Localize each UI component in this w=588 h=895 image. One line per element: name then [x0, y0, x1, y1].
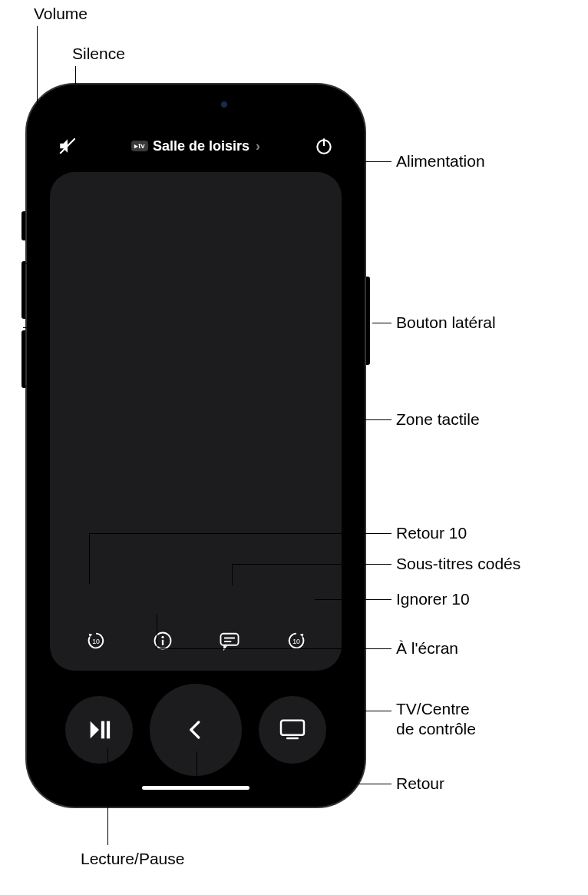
- phone-frame: ▸tv Salle de loisirs › 10: [27, 85, 365, 807]
- callout-line: [330, 161, 391, 162]
- callout-line: [197, 784, 391, 784]
- touch-area[interactable]: 10: [50, 172, 342, 671]
- svg-rect-11: [101, 721, 104, 739]
- svg-rect-13: [281, 721, 304, 735]
- callout-line: [23, 327, 37, 328]
- callout-line: [372, 323, 391, 323]
- callout-line: [349, 230, 349, 507]
- callout-side: Bouton latéral: [396, 313, 496, 332]
- info-button[interactable]: [150, 628, 176, 654]
- callout-onscreen: À l'écran: [396, 639, 458, 658]
- play-pause-button[interactable]: [65, 696, 133, 764]
- svg-text:10: 10: [92, 638, 100, 645]
- callout-line: [315, 599, 391, 600]
- svg-rect-6: [161, 640, 163, 645]
- svg-point-5: [161, 636, 164, 638]
- power-button[interactable]: [312, 134, 335, 157]
- chevron-left-icon: [184, 713, 207, 747]
- touch-pad[interactable]: [50, 172, 342, 617]
- callout-skip10: Ignorer 10: [396, 590, 470, 608]
- callout-volume: Volume: [34, 5, 88, 23]
- svg-rect-12: [107, 721, 110, 739]
- skip-10-button[interactable]: 10: [283, 628, 309, 654]
- home-indicator: [142, 786, 249, 790]
- callout-back10: Retour 10: [396, 524, 467, 542]
- callout-line: [75, 66, 76, 155]
- notch: [130, 94, 261, 115]
- callout-line: [349, 230, 358, 231]
- callout-line: [89, 533, 90, 584]
- tv-control-button[interactable]: [259, 696, 326, 764]
- callout-line: [89, 533, 391, 534]
- callout-line: [349, 507, 358, 508]
- callout-touch: Zone tactile: [396, 410, 480, 429]
- callout-line: [23, 263, 37, 264]
- back-button[interactable]: [150, 684, 242, 776]
- hw-side-button: [364, 277, 370, 365]
- callout-silence: Silence: [72, 45, 125, 63]
- callout-line: [107, 748, 108, 845]
- callout-line: [197, 751, 197, 784]
- callout-text: de contrôle: [396, 720, 476, 738]
- media-row: 10: [50, 617, 342, 671]
- chevron-right-icon: ›: [256, 138, 260, 154]
- callout-line: [232, 564, 391, 565]
- callout-line: [232, 564, 233, 585]
- callout-line: [157, 648, 391, 649]
- callout-power: Alimentation: [396, 152, 485, 171]
- device-switcher[interactable]: ▸tv Salle de loisirs ›: [131, 138, 260, 154]
- captions-button[interactable]: [216, 628, 243, 654]
- callout-back: Retour: [396, 774, 444, 793]
- callout-line: [358, 419, 391, 420]
- svg-rect-7: [220, 634, 238, 645]
- callout-line: [23, 386, 37, 386]
- callout-line: [157, 615, 157, 648]
- bottom-controls: [36, 671, 355, 786]
- back-10-button[interactable]: 10: [83, 628, 109, 654]
- callout-cc: Sous-titres codés: [396, 555, 520, 573]
- screen: ▸tv Salle de loisirs › 10: [36, 94, 355, 797]
- callout-playpause: Lecture/Pause: [81, 850, 184, 868]
- power-icon: [314, 136, 334, 156]
- svg-text:10: 10: [292, 638, 300, 645]
- callout-line: [37, 26, 38, 328]
- appletv-badge: ▸tv: [131, 141, 148, 151]
- device-name: Salle de loisirs: [153, 138, 249, 154]
- callout-line: [322, 711, 391, 711]
- callout-text: TV/Centre: [396, 700, 470, 718]
- callout-tvcontrol: TV/Centre de contrôle: [396, 699, 476, 740]
- back10-icon: 10: [85, 630, 107, 651]
- tv-icon: [279, 718, 306, 741]
- remote-topbar: ▸tv Salle de loisirs ›: [36, 124, 355, 167]
- playpause-icon: [86, 717, 112, 743]
